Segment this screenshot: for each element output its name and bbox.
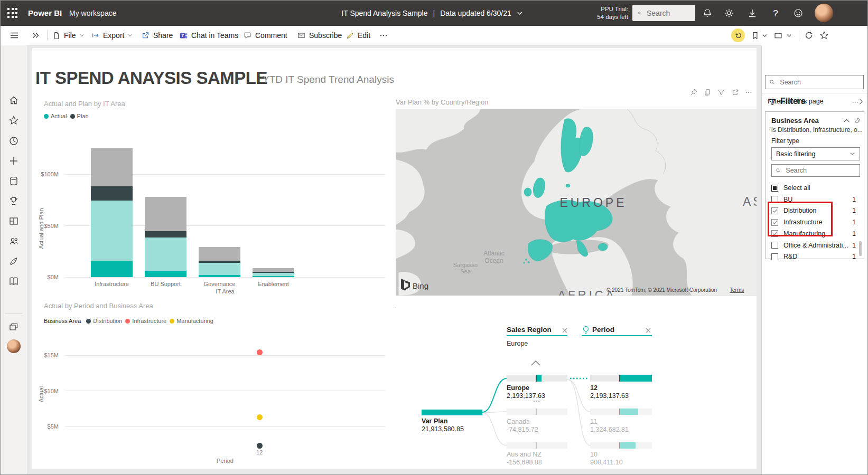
tree-root-label[interactable]: Var Plan xyxy=(422,417,447,425)
bar-segment-actual--selected-[interactable] xyxy=(199,275,240,277)
filter-list-scrollbar[interactable] xyxy=(859,241,862,256)
download-icon[interactable] xyxy=(747,8,758,18)
legend-item[interactable]: Infrastructure xyxy=(125,318,166,324)
pin-visual-icon[interactable] xyxy=(689,88,698,97)
scatter-point-distribution[interactable] xyxy=(257,443,263,449)
bar-segment-plan--selected-[interactable] xyxy=(145,231,186,238)
powerbi-brand[interactable]: Power BI xyxy=(28,1,62,26)
create-plus-icon[interactable] xyxy=(8,156,19,166)
map-terms-link[interactable]: Terms xyxy=(730,287,744,293)
goals-trophy-icon[interactable] xyxy=(8,196,19,206)
bar-segment-plan--selected-[interactable] xyxy=(253,272,294,273)
deployment-rocket-icon[interactable] xyxy=(8,256,19,267)
filter-checkbox-checked[interactable] xyxy=(771,207,778,214)
filter-checkbox-checked[interactable] xyxy=(771,230,778,237)
tree-node-label[interactable]: 11 xyxy=(590,418,597,425)
notifications-bell-icon[interactable] xyxy=(702,8,713,18)
copy-visual-icon[interactable] xyxy=(703,88,712,97)
bar-segment-plan--other-[interactable] xyxy=(253,268,294,272)
legend-item[interactable]: Manufacturing xyxy=(170,318,213,324)
filter-checkbox-checked[interactable] xyxy=(771,219,778,226)
tree-node-label[interactable]: 10 xyxy=(590,451,598,458)
recent-clock-icon[interactable] xyxy=(8,136,19,146)
chevron-down-icon[interactable] xyxy=(517,10,523,16)
more-options-icon[interactable] xyxy=(379,26,388,45)
bar-segment-plan--other-[interactable] xyxy=(199,247,240,261)
favorites-star-icon[interactable] xyxy=(8,115,19,126)
waffle-menu-icon[interactable] xyxy=(7,8,18,18)
view-mode-button[interactable] xyxy=(773,26,783,45)
bar-segment-plan--selected-[interactable] xyxy=(199,261,240,263)
legend-item[interactable]: Distribution xyxy=(86,318,122,324)
report-title-group[interactable]: IT Spend Analysis Sample | Data updated … xyxy=(341,1,522,26)
map-visual[interactable]: EUROPE AS AFRICA Atlantic Ocean Sargasso… xyxy=(396,109,757,296)
tree-node-bar-12[interactable] xyxy=(590,375,652,382)
reset-to-default-highlighted[interactable] xyxy=(731,28,745,42)
subscribe-button[interactable]: Subscribe xyxy=(297,26,342,45)
filter-value-label[interactable]: Office & Administrati... xyxy=(783,242,848,249)
bar-segment-actual--selected-[interactable] xyxy=(91,261,133,277)
filters-search-input[interactable] xyxy=(779,78,860,87)
home-icon[interactable] xyxy=(8,95,19,106)
global-search-input[interactable] xyxy=(646,8,690,18)
filter-checkbox-unchecked[interactable] xyxy=(771,196,778,203)
filter-value-label[interactable]: Distribution xyxy=(783,207,848,214)
tree-node-bar-canada[interactable] xyxy=(507,408,567,415)
legend-item[interactable]: Plan xyxy=(70,113,89,119)
scatter-point-manufacturing[interactable] xyxy=(257,414,263,420)
workspace-name[interactable]: My workspace xyxy=(69,1,116,26)
apps-grid-icon[interactable] xyxy=(8,216,19,226)
focus-mode-icon[interactable] xyxy=(731,88,740,97)
tree-node-label[interactable]: Canada xyxy=(507,418,530,425)
bar-segment-plan--other-[interactable] xyxy=(91,148,133,186)
view-mode-chevron-icon[interactable] xyxy=(786,26,792,45)
more-options-visual-icon[interactable] xyxy=(744,88,753,97)
scatter-point-infrastructure[interactable] xyxy=(257,349,263,355)
comment-button[interactable]: Comment xyxy=(243,26,287,45)
tree-node-bar-11[interactable] xyxy=(590,408,652,415)
tree-node-label[interactable]: Europe xyxy=(507,384,529,392)
tree-node-label[interactable]: Aus and NZ xyxy=(507,451,542,458)
help-icon[interactable]: ? xyxy=(770,8,781,18)
workspace-avatar[interactable] xyxy=(7,339,21,353)
tree-node-bar-root[interactable] xyxy=(422,410,482,415)
chat-in-teams-button[interactable]: T Chat in Teams xyxy=(179,26,238,45)
filter-value-label[interactable]: R&D xyxy=(783,253,848,260)
global-search-box[interactable] xyxy=(632,5,695,21)
bar-segment-plan--other-[interactable] xyxy=(145,197,186,231)
filters-search-box[interactable] xyxy=(765,75,864,89)
filter-checkbox-unchecked[interactable] xyxy=(771,253,778,260)
share-button[interactable]: Share xyxy=(141,26,173,45)
tree-node-bar-10[interactable] xyxy=(590,442,652,449)
bar-segment-plan--selected-[interactable] xyxy=(91,186,133,201)
edit-button[interactable]: Edit xyxy=(346,26,370,45)
export-menu[interactable]: Export xyxy=(91,26,133,45)
bar-segment-actual--selected-[interactable] xyxy=(145,271,186,277)
tree-node-bar-ausnz[interactable] xyxy=(507,442,567,449)
bar-segment-actual--other-[interactable] xyxy=(91,201,133,261)
datasets-cylinder-icon[interactable] xyxy=(8,176,19,186)
filter-value-label[interactable]: Select all xyxy=(783,184,848,192)
bookmarks-chevron-icon[interactable] xyxy=(762,26,768,45)
tree-node-bar-europe[interactable] xyxy=(507,375,567,382)
filter-checkbox-indeterminate[interactable] xyxy=(771,185,778,192)
tree-more-nodes-ellipsis[interactable]: ... xyxy=(533,395,540,403)
bookmarks-button[interactable] xyxy=(751,26,760,45)
bar-segment-actual--other-[interactable] xyxy=(253,273,294,276)
expand-pages-icon[interactable] xyxy=(31,26,41,45)
favorite-star-icon[interactable] xyxy=(819,26,829,45)
workspaces-icon[interactable] xyxy=(8,321,19,332)
settings-gear-icon[interactable] xyxy=(724,8,734,18)
file-menu[interactable]: File xyxy=(52,26,85,45)
legend-item[interactable]: Actual xyxy=(44,113,67,119)
tree-node-label[interactable]: 12 xyxy=(590,384,598,392)
bar-segment-actual--other-[interactable] xyxy=(199,263,240,275)
filter-checkbox-unchecked[interactable] xyxy=(771,242,778,249)
bar-segment-actual--selected-[interactable] xyxy=(253,276,294,277)
hide-nav-hamburger-icon[interactable] xyxy=(9,26,20,45)
filter-value-label[interactable]: Manufacturing xyxy=(783,230,848,238)
refresh-button[interactable] xyxy=(804,26,814,45)
filters-visual-icon[interactable] xyxy=(717,88,725,97)
user-avatar[interactable] xyxy=(815,4,833,22)
filters-section-more-icon[interactable] xyxy=(852,100,859,105)
